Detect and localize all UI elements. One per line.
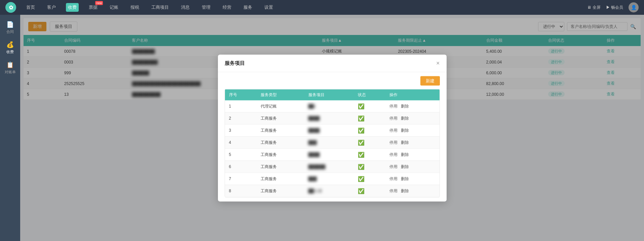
modal-col-item: 服务项目 [304,89,354,100]
nav-client[interactable]: 客户 [45,3,58,12]
modal-cell-item: ██1 [304,100,354,112]
top-right-actions: 🖥 全屏 ▶ 畅会员 👤 [587,2,639,12]
nav-message[interactable]: 消息 [179,3,192,12]
modal-cell-actions: 停用 删除 [385,136,439,149]
modal-table-row: 5 工商服务 ████ ✅ 停用 删除 [225,149,440,161]
modal-title: 服务项目 [225,60,245,66]
modal-cell-type: 工商服务 [257,185,304,197]
status-check-icon: ✅ [358,139,365,145]
disable-link[interactable]: 停用 [389,152,397,157]
service-items-modal: 服务项目 × 新建 序号 服务类型 服务项目 状态 [218,54,447,201]
modal-table-row: 6 工商服务 ██████ ✅ 停用 删除 [225,161,440,173]
statement-icon: 📋 [6,61,14,69]
contract-icon: 📄 [6,21,14,28]
modal-cell-item: ██████ [304,161,354,173]
modal-close-button[interactable]: × [436,60,440,66]
modal-table-row: 4 工商服务 ███ ✅ 停用 删除 [225,136,440,149]
delete-link[interactable]: 删除 [401,104,409,108]
modal-cell-status: ✅ [354,149,385,161]
modal-cell-status: ✅ [354,112,385,124]
modal-cell-status: ✅ [354,173,385,185]
nav-ledger[interactable]: 记账 [108,3,120,12]
nav-business[interactable]: 经营 [221,3,233,12]
modal-cell-type: 工商服务 [257,173,304,185]
disable-link[interactable]: 停用 [389,104,397,108]
modal-cell-actions: 停用 删除 [385,185,439,197]
modal-cell-type: 工商服务 [257,124,304,136]
modal-cell-type: 工商服务 [257,136,304,149]
disable-link[interactable]: 停用 [389,188,397,193]
modal-cell-status: ✅ [354,124,385,136]
nav-billing[interactable]: 收费 [66,3,79,12]
disable-link[interactable]: 停用 [389,164,397,169]
modal-cell-item: ████ [304,149,354,161]
nav-home[interactable]: 首页 [24,3,37,12]
modal-cell-index: 1 [225,100,257,112]
member-button[interactable]: ▶ 畅会员 [606,5,623,10]
modal-cell-item: ████ [304,112,354,124]
modal-cell-index: 4 [225,136,257,149]
modal-cell-item: ███ [304,136,354,149]
delete-link[interactable]: 删除 [401,116,409,120]
delete-link[interactable]: 删除 [401,188,409,193]
service-items-table: 序号 服务类型 服务项目 状态 操作 1 代理记账 ██1 ✅ 停用 删除 [225,89,440,197]
modal-header: 服务项目 × [218,54,447,72]
modal-table-wrap[interactable]: 序号 服务类型 服务项目 状态 操作 1 代理记账 ██1 ✅ 停用 删除 [225,89,440,197]
modal-cell-index: 5 [225,149,257,161]
modal-cell-type: 工商服务 [257,112,304,124]
modal-cell-actions: 停用 删除 [385,112,439,124]
status-check-icon: ✅ [358,176,365,182]
nav-tax[interactable]: 报税 [128,3,141,12]
modal-table-row: 3 工商服务 ████ ✅ 停用 删除 [225,124,440,136]
modal-cell-index: 3 [225,124,257,136]
fullscreen-button[interactable]: 🖥 全屏 [587,5,600,10]
modal-cell-item: ████ [304,124,354,136]
sidebar-item-billing-label: 收费 [6,49,14,54]
nav-commerce[interactable]: 工商项目 [149,3,171,12]
modal-cell-actions: 停用 删除 [385,149,439,161]
modal-toolbar: 新建 [225,76,440,85]
app-logo[interactable]: ✿ [5,2,16,13]
sidebar: 📄 合同 💰 收费 📋 对账单 [0,15,20,241]
modal-cell-index: 8 [225,185,257,197]
modal-cell-index: 6 [225,161,257,173]
modal-cell-type: 工商服务 [257,161,304,173]
modal-col-action: 操作 [385,89,439,100]
modal-new-button[interactable]: 新建 [420,76,440,85]
modal-cell-item: ██注册 [304,185,354,197]
modal-table-row: 7 工商服务 ███ ✅ 停用 删除 [225,173,440,185]
sidebar-item-statement[interactable]: 📋 对账单 [0,58,20,77]
delete-link[interactable]: 删除 [401,152,409,157]
modal-cell-index: 2 [225,112,257,124]
modal-cell-actions: 停用 删除 [385,100,439,112]
modal-cell-actions: 停用 删除 [385,161,439,173]
disable-link[interactable]: 停用 [389,140,397,145]
sidebar-item-billing[interactable]: 💰 收费 [0,38,20,57]
sidebar-item-statement-label: 对账单 [5,70,16,75]
status-check-icon: ✅ [358,103,365,109]
modal-col-type: 服务类型 [257,89,304,100]
delete-link[interactable]: 删除 [401,164,409,169]
delete-link[interactable]: 删除 [401,140,409,145]
new-badge: new [95,1,103,5]
avatar[interactable]: 👤 [629,2,639,12]
top-navigation: ✿ 首页 客户 收费 票据 new 记账 报税 工商项目 消息 管理 经营 服务… [0,0,644,15]
sidebar-item-contract[interactable]: 📄 合同 [0,18,20,37]
modal-cell-type: 工商服务 [257,149,304,161]
main-layout: 📄 合同 💰 收费 📋 对账单 新增 服务项目 进行中 已终止 全部 [0,15,644,241]
delete-link[interactable]: 删除 [401,128,409,132]
sidebar-item-contract-label: 合同 [6,29,14,34]
nav-invoice[interactable]: 票据 new [87,3,100,12]
nav-settings[interactable]: 设置 [262,3,275,12]
modal-cell-status: ✅ [354,136,385,149]
disable-link[interactable]: 停用 [389,176,397,181]
disable-link[interactable]: 停用 [389,116,397,120]
delete-link[interactable]: 删除 [401,176,409,181]
nav-service[interactable]: 服务 [241,3,254,12]
modal-table-row: 1 代理记账 ██1 ✅ 停用 删除 [225,100,440,112]
nav-manage[interactable]: 管理 [200,3,213,12]
status-check-icon: ✅ [358,127,365,133]
disable-link[interactable]: 停用 [389,128,397,132]
status-check-icon: ✅ [358,188,365,194]
modal-cell-actions: 停用 删除 [385,124,439,136]
